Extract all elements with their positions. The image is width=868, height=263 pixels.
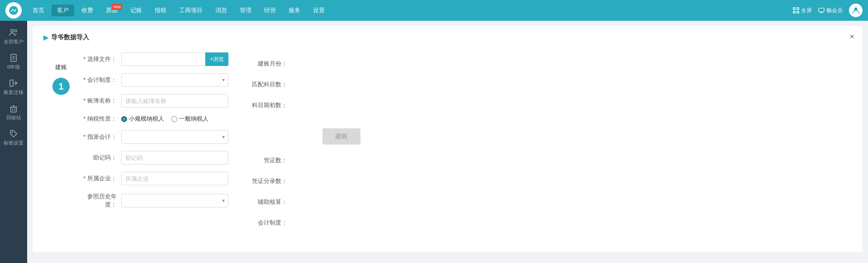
history-year-select[interactable] bbox=[121, 194, 228, 207]
nav-business[interactable]: 工商项目 bbox=[174, 5, 208, 16]
accounting-system-right-row: 会计制度： bbox=[247, 216, 436, 230]
nav-tax[interactable]: 报税 bbox=[149, 5, 172, 16]
main-content: ▶ 导爷数据导入 × 建账 1 * 选择文件： bbox=[27, 21, 868, 263]
new-badge: new bbox=[112, 4, 122, 10]
aux-accounting-label: 辅助核算： bbox=[247, 198, 292, 206]
svg-point-9 bbox=[11, 29, 14, 32]
close-button[interactable]: × bbox=[849, 33, 854, 41]
fullscreen-btn[interactable]: 全屏 bbox=[793, 7, 812, 14]
memo-input[interactable] bbox=[121, 151, 228, 164]
tax-type-small[interactable]: 小规模纳税人 bbox=[121, 115, 164, 123]
nav-invoice[interactable]: 票据 new bbox=[100, 5, 123, 16]
nav-customers[interactable]: 客户 bbox=[52, 5, 74, 16]
svg-rect-15 bbox=[10, 80, 13, 86]
user-icon bbox=[852, 6, 860, 14]
tax-type-label: * 纳税性质： bbox=[81, 115, 121, 123]
tax-type-row: * 纳税性质： 小规模纳税人 一般纳税人 bbox=[81, 115, 228, 123]
sidebar-item-declare[interactable]: 0申报 bbox=[0, 50, 27, 74]
sidebar: 全部客户 0申报 账套迁移 bbox=[0, 21, 27, 263]
users-icon bbox=[9, 28, 18, 37]
build-month-row: 建账月份： bbox=[247, 57, 436, 70]
import-icon: ▶ bbox=[43, 34, 48, 41]
file-row: * 选择文件： +浏览 bbox=[81, 52, 228, 66]
ledger-name-row: * 账簿名称： bbox=[81, 94, 228, 108]
memo-row: 助记码： bbox=[81, 151, 228, 164]
nav-accounting[interactable]: 记账 bbox=[125, 5, 147, 16]
svg-rect-5 bbox=[819, 8, 824, 12]
nav-billing[interactable]: 收费 bbox=[76, 5, 99, 16]
step-label: 建账 bbox=[55, 63, 67, 71]
accountant-select-wrapper bbox=[121, 130, 228, 144]
form-container: 建账 1 * 选择文件： +浏览 bbox=[43, 52, 852, 237]
accountant-label: * 指派会计： bbox=[81, 133, 121, 141]
svg-point-10 bbox=[15, 30, 17, 32]
aux-accounting-row: 辅助核算： bbox=[247, 195, 436, 209]
form-section-right: 建账月份： 匹配科目数： 科目期初数： 建账 bbox=[247, 52, 436, 237]
tag-icon bbox=[9, 129, 18, 138]
history-year-row: 参照历史年度： bbox=[81, 193, 228, 209]
tv-icon bbox=[818, 7, 825, 14]
accounting-system-label: * 会计制度： bbox=[81, 76, 121, 84]
import-card: ▶ 导爷数据导入 × 建账 1 * 选择文件： bbox=[33, 26, 863, 252]
svg-rect-19 bbox=[11, 107, 16, 112]
ledger-name-label: * 账簿名称： bbox=[81, 97, 121, 105]
match-subjects-row: 匹配科目数： bbox=[247, 78, 436, 91]
nav-right: 全屏 畅会员 bbox=[793, 4, 863, 17]
nav-services[interactable]: 服务 bbox=[283, 5, 306, 16]
file-input[interactable] bbox=[121, 52, 205, 66]
company-input[interactable] bbox=[121, 172, 228, 185]
sidebar-item-tags[interactable]: 标签设置 bbox=[0, 126, 27, 150]
init-amount-row: 科目期初数： bbox=[247, 99, 436, 112]
match-subjects-label: 匹配科目数： bbox=[247, 80, 292, 89]
layout: 全部客户 0申报 账套迁移 bbox=[0, 21, 868, 263]
nav-settings[interactable]: 设置 bbox=[308, 5, 330, 16]
step-badge: 1 bbox=[52, 78, 70, 95]
avatar[interactable] bbox=[849, 4, 863, 17]
accounting-system-row: * 会计制度： bbox=[81, 73, 228, 87]
form-section-left: * 选择文件： +浏览 * 会计制度： bbox=[81, 52, 228, 216]
member-btn[interactable]: 畅会员 bbox=[818, 7, 843, 14]
history-year-select-wrapper bbox=[121, 194, 228, 207]
file-label: * 选择文件： bbox=[81, 55, 121, 63]
init-amount-label: 科目期初数： bbox=[247, 101, 292, 109]
card-title: ▶ 导爷数据导入 bbox=[43, 33, 852, 42]
company-row: * 所属企业： bbox=[81, 172, 228, 185]
accounting-system-select[interactable] bbox=[121, 73, 228, 87]
top-nav: 首页 客户 收费 票据 new 记账 报税 工商项目 消息 管理 经营 服务 设… bbox=[0, 0, 868, 21]
memo-label: 助记码： bbox=[81, 154, 121, 162]
browse-button[interactable]: +浏览 bbox=[205, 52, 228, 66]
ledger-name-input[interactable] bbox=[121, 94, 228, 108]
trash-icon bbox=[9, 104, 18, 113]
tax-type-radio-group: 小规模纳税人 一般纳税人 bbox=[121, 115, 228, 123]
voucher-count-row: 凭证数： bbox=[247, 154, 436, 167]
accountant-row: * 指派会计： bbox=[81, 130, 228, 144]
establish-button[interactable]: 建账 bbox=[323, 128, 360, 145]
history-year-label: 参照历史年度： bbox=[81, 193, 121, 209]
svg-rect-4 bbox=[797, 11, 799, 13]
nav-messages[interactable]: 消息 bbox=[210, 5, 232, 16]
sidebar-item-recycle[interactable]: 回收站 bbox=[0, 100, 27, 125]
svg-rect-1 bbox=[793, 8, 795, 9]
voucher-entries-row: 凭证分录数： bbox=[247, 174, 436, 188]
accounting-system-select-wrapper bbox=[121, 73, 228, 87]
app-logo bbox=[5, 2, 22, 19]
svg-rect-3 bbox=[793, 11, 795, 13]
voucher-entries-label: 凭证分录数： bbox=[247, 177, 292, 185]
accounting-system-right-label: 会计制度： bbox=[247, 219, 292, 227]
tax-type-general[interactable]: 一般纳税人 bbox=[171, 115, 209, 123]
voucher-count-label: 凭证数： bbox=[247, 156, 292, 164]
accountant-select[interactable] bbox=[121, 130, 228, 144]
step-section: 建账 1 * 选择文件： +浏览 bbox=[52, 52, 228, 237]
exchange-icon bbox=[9, 79, 18, 88]
fullscreen-icon bbox=[793, 7, 799, 14]
sidebar-item-all-clients[interactable]: 全部客户 bbox=[0, 24, 27, 49]
file-icon bbox=[9, 53, 18, 62]
file-input-group: +浏览 bbox=[121, 52, 228, 66]
nav-home[interactable]: 首页 bbox=[27, 5, 50, 16]
build-month-label: 建账月份： bbox=[247, 60, 292, 68]
nav-operations[interactable]: 经营 bbox=[259, 5, 281, 16]
nav-management[interactable]: 管理 bbox=[234, 5, 257, 16]
sidebar-item-migrate[interactable]: 账套迁移 bbox=[0, 75, 27, 99]
company-label: * 所属企业： bbox=[81, 174, 121, 183]
svg-point-24 bbox=[12, 132, 13, 133]
